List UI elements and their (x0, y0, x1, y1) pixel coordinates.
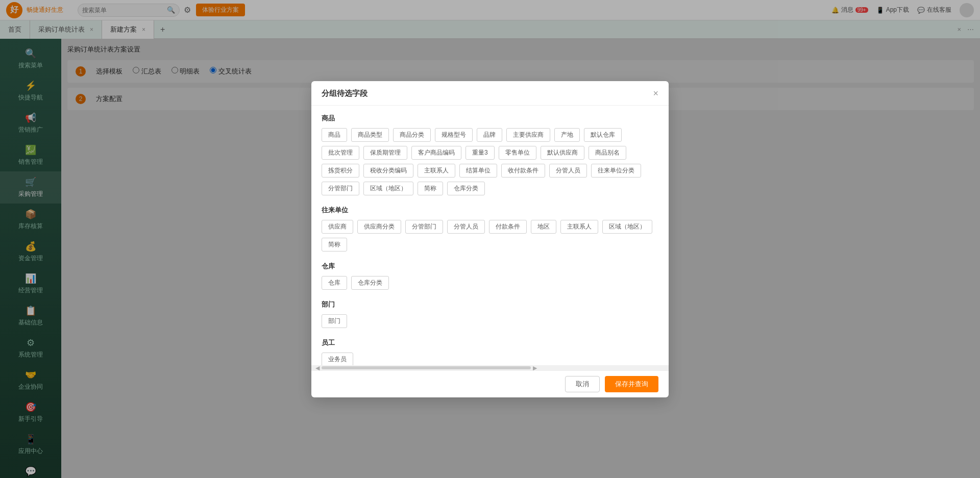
section-warehouse: 仓库 仓库 仓库分类 (322, 262, 658, 290)
field-tag-product-default-warehouse[interactable]: 默认仓库 (584, 128, 622, 142)
section-employee-title: 员工 (322, 338, 658, 347)
field-tag-product-weight[interactable]: 重量3 (465, 146, 495, 160)
section-product: 商品 商品 商品类型 商品分类 规格型号 品牌 主要供应商 产地 默认仓库 批次… (322, 114, 658, 195)
field-tag-employee-salesman[interactable]: 业务员 (322, 353, 353, 365)
field-tag-product-category[interactable]: 商品分类 (393, 128, 431, 142)
field-tag-product-tax-code[interactable]: 税收分类编码 (363, 164, 413, 178)
modal-overlay[interactable]: 分组待选字段 × 商品 商品 商品类型 商品分类 规格型号 品牌 主要供应商 产… (0, 0, 980, 478)
section-partner: 往来单位 供应商 供应商分类 分管部门 分管人员 付款条件 地区 主联系人 区域… (322, 206, 658, 251)
field-tag-product-dept[interactable]: 分管部门 (322, 182, 359, 195)
section-partner-tags: 供应商 供应商分类 分管部门 分管人员 付款条件 地区 主联系人 区域（地区） … (322, 220, 658, 251)
field-tag-partner-contact[interactable]: 主联系人 (560, 220, 598, 234)
modal-body: 商品 商品 商品类型 商品分类 规格型号 品牌 主要供应商 产地 默认仓库 批次… (311, 106, 669, 365)
modal-header: 分组待选字段 × (311, 81, 669, 106)
field-tag-product-warehouse-category[interactable]: 仓库分类 (447, 182, 485, 195)
field-tag-dept-dept[interactable]: 部门 (322, 314, 347, 328)
modal-horizontal-scrollbar[interactable]: ◀ ▶ (311, 365, 669, 370)
field-tag-partner-manager[interactable]: 分管人员 (447, 220, 485, 234)
field-tag-product-default-supplier[interactable]: 默认供应商 (541, 146, 584, 160)
field-tag-product-region[interactable]: 区域（地区） (363, 182, 413, 195)
section-employee: 员工 业务员 (322, 338, 658, 365)
field-tag-product-batch[interactable]: 批次管理 (322, 146, 359, 160)
field-tag-product-product[interactable]: 商品 (322, 128, 347, 142)
field-tag-product-customer-code[interactable]: 客户商品编码 (411, 146, 461, 160)
field-tag-product-pick-score[interactable]: 拣货积分 (322, 164, 359, 178)
field-tag-partner-short-name[interactable]: 简称 (322, 238, 347, 251)
field-select-modal: 分组待选字段 × 商品 商品 商品类型 商品分类 规格型号 品牌 主要供应商 产… (311, 81, 669, 397)
cancel-button[interactable]: 取消 (565, 376, 600, 392)
section-warehouse-tags: 仓库 仓库分类 (322, 276, 658, 290)
field-tag-product-spec[interactable]: 规格型号 (435, 128, 473, 142)
save-button[interactable]: 保存并查询 (605, 376, 658, 392)
field-tag-product-origin[interactable]: 产地 (554, 128, 580, 142)
field-tag-partner-payment[interactable]: 付款条件 (489, 220, 527, 234)
field-tag-product-shelf-life[interactable]: 保质期管理 (363, 146, 407, 160)
section-product-tags: 商品 商品类型 商品分类 规格型号 品牌 主要供应商 产地 默认仓库 批次管理 … (322, 128, 658, 195)
section-dept-tags: 部门 (322, 314, 658, 328)
modal-title: 分组待选字段 (322, 89, 368, 98)
field-tag-product-partner-category[interactable]: 往来单位分类 (591, 164, 641, 178)
field-tag-product-short-name[interactable]: 简称 (418, 182, 443, 195)
field-tag-partner-area[interactable]: 区域（地区） (602, 220, 652, 234)
field-tag-product-settlement-unit[interactable]: 结算单位 (459, 164, 497, 178)
section-partner-title: 往来单位 (322, 206, 658, 215)
hscroll-thumb[interactable] (322, 366, 531, 369)
section-warehouse-title: 仓库 (322, 262, 658, 271)
section-product-title: 商品 (322, 114, 658, 123)
field-tag-product-payment-terms[interactable]: 收付款条件 (501, 164, 545, 178)
field-tag-product-alias[interactable]: 商品别名 (589, 146, 626, 160)
section-dept: 部门 部门 (322, 300, 658, 328)
field-tag-product-retail-unit[interactable]: 零售单位 (499, 146, 536, 160)
field-tag-product-contact[interactable]: 主联系人 (418, 164, 455, 178)
field-tag-warehouse-warehouse[interactable]: 仓库 (322, 276, 347, 290)
field-tag-warehouse-category[interactable]: 仓库分类 (351, 276, 389, 290)
field-tag-partner-dept[interactable]: 分管部门 (405, 220, 443, 234)
modal-close-btn[interactable]: × (653, 88, 658, 99)
field-tag-product-main-supplier[interactable]: 主要供应商 (506, 128, 550, 142)
field-tag-product-manager[interactable]: 分管人员 (549, 164, 587, 178)
section-employee-tags: 业务员 (322, 353, 658, 365)
field-tag-partner-supplier-category[interactable]: 供应商分类 (357, 220, 401, 234)
field-tag-product-type[interactable]: 商品类型 (351, 128, 389, 142)
field-tag-partner-supplier[interactable]: 供应商 (322, 220, 353, 234)
field-tag-partner-region[interactable]: 地区 (531, 220, 556, 234)
modal-footer: 取消 保存并查询 (311, 370, 669, 397)
field-tag-product-brand[interactable]: 品牌 (477, 128, 502, 142)
section-dept-title: 部门 (322, 300, 658, 309)
